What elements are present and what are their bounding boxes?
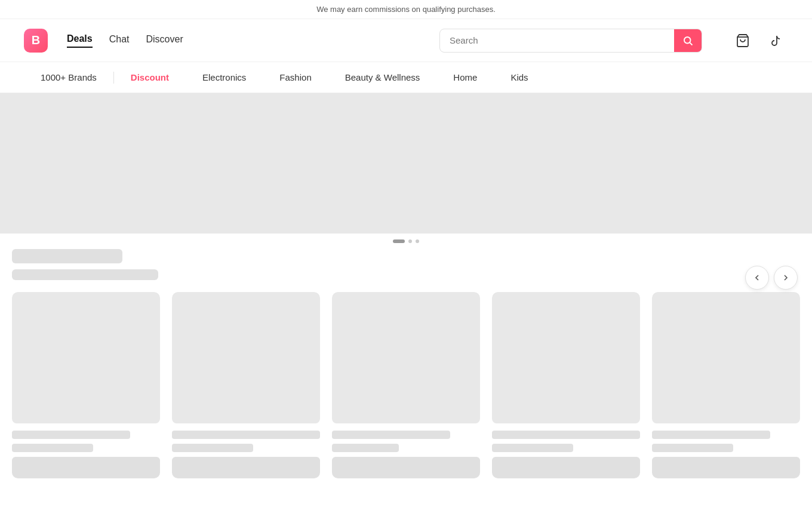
product-button-skeleton — [12, 457, 160, 478]
product-subtitle-skeleton — [172, 444, 253, 452]
carousel-dot-3[interactable] — [416, 239, 419, 243]
cat-item-electronics[interactable]: Electronics — [186, 62, 263, 93]
product-subtitle-skeleton — [332, 444, 399, 452]
product-image-skeleton — [12, 292, 160, 423]
next-arrow-button[interactable] — [774, 266, 798, 290]
carousel-dot-1[interactable] — [393, 239, 405, 243]
search-area — [439, 29, 702, 53]
header-icons — [731, 29, 788, 53]
product-button-skeleton — [172, 457, 320, 478]
logo[interactable]: B — [24, 29, 48, 53]
announcement-bar: We may earn commissions on qualifying pu… — [0, 0, 812, 19]
product-button-skeleton — [332, 457, 480, 478]
section-subtitle-skeleton — [12, 269, 158, 280]
product-title-skeleton — [332, 431, 450, 439]
cat-item-kids[interactable]: Kids — [494, 62, 545, 93]
logo-icon: B — [24, 29, 48, 53]
tiktok-button[interactable] — [764, 29, 788, 53]
cat-item-brands[interactable]: 1000+ Brands — [24, 62, 113, 93]
announcement-text: We may earn commissions on qualifying pu… — [316, 5, 496, 14]
product-card[interactable] — [172, 292, 320, 478]
nav-item-discover[interactable]: Discover — [146, 34, 183, 47]
product-button-skeleton — [652, 457, 800, 478]
product-card[interactable] — [492, 292, 640, 478]
cat-item-fashion[interactable]: Fashion — [263, 62, 328, 93]
tiktok-icon — [769, 33, 783, 48]
product-card[interactable] — [652, 292, 800, 478]
hero-banner — [0, 93, 812, 234]
carousel-dots — [0, 234, 812, 249]
product-title-skeleton — [652, 431, 770, 439]
search-button[interactable] — [674, 29, 702, 52]
product-subtitle-skeleton — [652, 444, 733, 452]
cat-item-beauty[interactable]: Beauty & Wellness — [328, 62, 437, 93]
product-button-skeleton — [492, 457, 640, 478]
products-row — [12, 292, 800, 478]
product-image-skeleton — [652, 292, 800, 423]
carousel-dot-2[interactable] — [408, 239, 412, 243]
svg-point-0 — [684, 37, 691, 44]
cat-item-discount[interactable]: Discount — [114, 62, 186, 93]
chevron-right-icon — [781, 273, 791, 282]
category-nav: 1000+ Brands Discount Electronics Fashio… — [0, 62, 812, 93]
main-nav: Deals Chat Discover — [67, 33, 183, 48]
product-subtitle-skeleton — [12, 444, 93, 452]
chevron-left-icon — [752, 273, 762, 282]
cart-button[interactable] — [731, 29, 755, 53]
product-image-skeleton — [332, 292, 480, 423]
search-input-wrap — [439, 29, 702, 53]
search-icon — [682, 35, 693, 46]
logo-letter: B — [32, 33, 40, 47]
product-title-skeleton — [492, 431, 640, 439]
product-image-skeleton — [172, 292, 320, 423]
products-row-wrap — [12, 292, 800, 478]
header: B Deals Chat Discover — [0, 19, 812, 62]
cart-icon — [736, 33, 750, 48]
product-title-skeleton — [12, 431, 130, 439]
section-title-skeleton — [12, 249, 122, 263]
product-title-skeleton — [172, 431, 320, 439]
cat-item-home[interactable]: Home — [436, 62, 494, 93]
products-section — [0, 249, 812, 490]
product-subtitle-skeleton — [492, 444, 573, 452]
nav-item-deals[interactable]: Deals — [67, 33, 93, 48]
search-input[interactable] — [440, 29, 674, 51]
product-image-skeleton — [492, 292, 640, 423]
nav-item-chat[interactable]: Chat — [109, 34, 130, 47]
product-card[interactable] — [12, 292, 160, 478]
prev-arrow-button[interactable] — [745, 266, 769, 290]
product-card[interactable] — [332, 292, 480, 478]
svg-line-1 — [690, 42, 692, 45]
